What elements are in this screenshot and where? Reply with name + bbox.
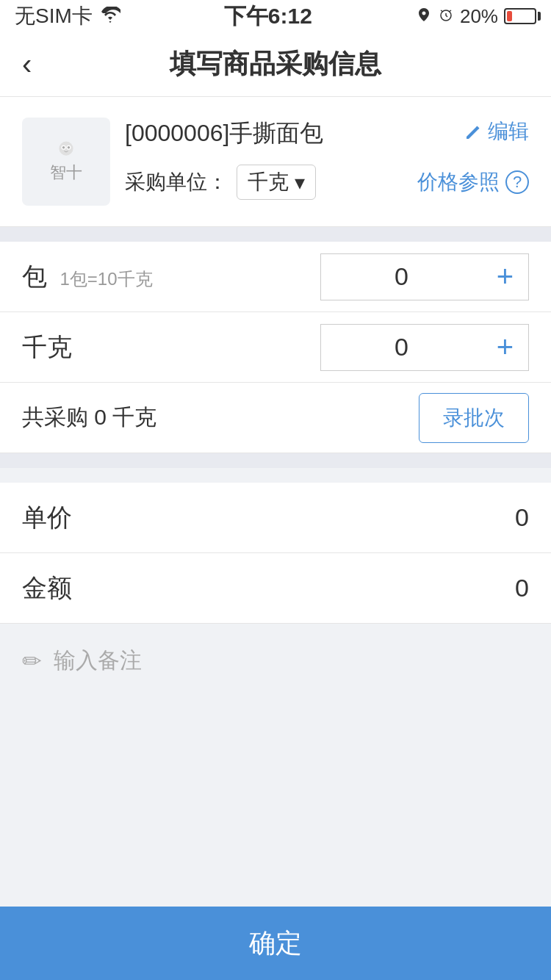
status-time: 下午6:12 xyxy=(224,1,312,32)
remark-placeholder[interactable]: 输入备注 xyxy=(54,646,142,676)
amount-label: 金额 xyxy=(22,572,72,605)
product-name: [0000006]手撕面包 xyxy=(125,118,323,150)
brand-text: 智十 xyxy=(50,162,82,184)
confirm-button[interactable]: 确定 xyxy=(0,907,551,980)
product-unit-row: 采购单位： 千克 ▾ 价格参照 ? xyxy=(125,165,529,200)
unit-price-row: 单价 0 xyxy=(0,483,551,553)
bao-qty-input[interactable] xyxy=(320,253,482,300)
unit-label: 采购单位： 千克 ▾ xyxy=(125,165,316,200)
svg-point-1 xyxy=(59,142,73,156)
page-title: 填写商品采购信息 xyxy=(170,46,381,82)
product-image-placeholder: 智十 xyxy=(37,140,96,184)
record-batch-button[interactable]: 录批次 xyxy=(419,393,529,443)
location-icon xyxy=(416,5,432,28)
quantity-input-section: 包 1包=10千克 + 千克 + xyxy=(0,242,551,383)
help-icon: ? xyxy=(505,170,529,194)
bao-input-controls: + xyxy=(320,253,529,300)
dropdown-icon: ▾ xyxy=(295,170,305,195)
product-image: 智十 xyxy=(22,118,110,206)
bao-input-row: 包 1包=10千克 + xyxy=(0,242,551,312)
status-bar: 无SIM卡 下午6:12 20% xyxy=(0,0,551,32)
bao-sublabel: 1包=10千克 xyxy=(60,269,152,289)
unit-selector[interactable]: 千克 ▾ xyxy=(237,165,316,200)
svg-point-4 xyxy=(62,146,65,148)
bao-label: 包 1包=10千克 xyxy=(22,260,153,294)
battery-fill xyxy=(507,11,512,21)
status-right: 20% xyxy=(416,5,536,28)
product-header: [0000006]手撕面包 编辑 xyxy=(125,118,529,150)
product-info: [0000006]手撕面包 编辑 采购单位： 千克 ▾ xyxy=(125,118,529,200)
price-ref-button[interactable]: 价格参照 ? xyxy=(417,168,529,196)
carrier-text: 无SIM卡 xyxy=(15,2,93,30)
status-left: 无SIM卡 xyxy=(15,2,120,30)
remark-section: ✏ 输入备注 xyxy=(0,624,551,873)
product-card: 智十 [0000006]手撕面包 编辑 采购单位： 千克 xyxy=(0,97,551,227)
battery-icon xyxy=(504,8,536,24)
edit-button[interactable]: 编辑 xyxy=(464,118,529,145)
total-row: 共采购 0 千克 录批次 xyxy=(0,383,551,453)
nav-bar: ‹ 填写商品采购信息 xyxy=(0,32,551,97)
amount-row: 金额 0 xyxy=(0,553,551,624)
kg-label: 千克 xyxy=(22,331,110,364)
section-divider-1 xyxy=(0,227,551,242)
bao-plus-button[interactable]: + xyxy=(482,253,529,300)
amount-value: 0 xyxy=(515,574,529,602)
section-divider-2 xyxy=(0,453,551,468)
unit-price-label: 单价 xyxy=(22,501,72,535)
wifi-icon xyxy=(100,4,120,28)
battery-percent: 20% xyxy=(460,5,498,28)
svg-point-5 xyxy=(68,146,70,148)
kg-input-row: 千克 + xyxy=(0,312,551,383)
kg-input-controls: + xyxy=(320,324,529,371)
price-section: 单价 0 金额 0 xyxy=(0,483,551,624)
pencil-icon: ✏ xyxy=(22,647,42,675)
alarm-icon xyxy=(438,5,454,28)
kg-qty-input[interactable] xyxy=(320,324,482,371)
total-label: 共采购 0 千克 xyxy=(22,403,156,433)
unit-price-value: 0 xyxy=(515,503,529,532)
confirm-label: 确定 xyxy=(249,926,302,962)
back-button[interactable]: ‹ xyxy=(22,48,32,81)
kg-plus-button[interactable]: + xyxy=(482,324,529,371)
